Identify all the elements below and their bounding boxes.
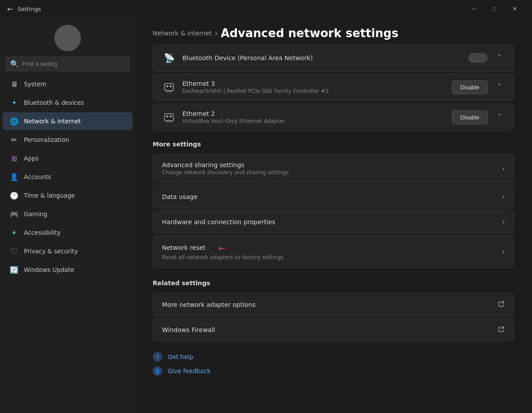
page-title: Advanced network settings (221, 27, 399, 40)
sidebar-item-label: Personalization (24, 136, 69, 143)
gaming-icon: 🎮 (10, 210, 19, 218)
titlebar: ← Settings ─ □ ✕ (0, 0, 532, 18)
ethernet3-desc: EeshwarSrishti | Realtek PCIe GbE Family… (182, 88, 446, 94)
network-reset-info: Network reset ← Reset all network adapte… (162, 243, 496, 260)
bluetooth-icon: ✦ (10, 98, 19, 107)
hardware-connection-title: Hardware and connection properties (162, 218, 496, 226)
close-button[interactable]: ✕ (505, 2, 525, 16)
ethernet3-expand-button[interactable]: ˅ (494, 80, 505, 94)
adapter-info-ethernet3: Ethernet 3 EeshwarSrishti | Realtek PCIe… (182, 80, 446, 94)
sidebar-item-label: Gaming (24, 210, 47, 218)
sidebar-item-system[interactable]: 🖥 System (3, 75, 132, 93)
external-link-icon-firewall (498, 325, 505, 334)
privacy-icon: 🛡 (10, 247, 19, 256)
windows-firewall-row[interactable]: Windows Firewall (153, 318, 514, 341)
accessibility-icon: ✦ (10, 228, 19, 237)
content-area: 🔍 🖥 System ✦ Bluetooth & devices 🌐 Netwo… (0, 18, 532, 413)
sidebar-item-label: Apps (24, 155, 39, 162)
partial-adapter-card: 📡 Bluetooth Device (Personal Area Networ… (153, 44, 514, 72)
sidebar-item-bluetooth[interactable]: ✦ Bluetooth & devices (3, 94, 132, 111)
sidebar-item-privacy[interactable]: 🛡 Privacy & security (3, 242, 132, 260)
back-icon[interactable]: ← (7, 5, 13, 13)
apps-icon: ⊞ (10, 154, 19, 163)
sidebar-item-gaming[interactable]: 🎮 Gaming (3, 205, 132, 223)
search-icon: 🔍 (10, 60, 19, 68)
breadcrumb-separator: › (215, 28, 218, 38)
give-feedback-label: Give feedback (168, 367, 211, 375)
more-settings-title: More settings (135, 133, 532, 152)
get-help-item[interactable]: ? Get help (153, 352, 514, 362)
titlebar-left: ← Settings (7, 5, 41, 13)
advanced-sharing-title: Advanced sharing settings (162, 161, 496, 168)
more-adapter-options-info: More network adapter options (162, 301, 492, 308)
search-input[interactable] (23, 61, 125, 67)
svg-rect-0 (165, 84, 173, 91)
sidebar-item-label: System (24, 80, 46, 88)
adapter-info: Bluetooth Device (Personal Area Network) (182, 54, 462, 61)
expand-button[interactable]: ˅ (494, 51, 505, 65)
sidebar-item-label: Windows Update (24, 266, 74, 273)
accounts-icon: 👤 (10, 172, 19, 181)
more-adapter-options-row[interactable]: More network adapter options (153, 293, 514, 316)
hardware-connection-arrow: › (502, 218, 505, 226)
advanced-sharing-desc: Change network discovery and sharing set… (162, 169, 496, 176)
windows-update-icon: 🔄 (10, 265, 19, 274)
sidebar-item-windows-update[interactable]: 🔄 Windows Update (3, 261, 132, 279)
ethernet2-expand-button[interactable]: ˅ (494, 111, 505, 124)
sidebar-item-label: Accessibility (24, 229, 61, 236)
ethernet3-icon (162, 80, 176, 94)
advanced-sharing-row[interactable]: Advanced sharing settings Change network… (153, 154, 514, 183)
ethernet2-icon (162, 110, 176, 124)
data-usage-arrow: › (502, 192, 505, 201)
data-usage-title: Data usage (162, 193, 496, 200)
svg-rect-6 (165, 114, 173, 121)
time-icon: 🕐 (10, 191, 19, 200)
avatar (54, 25, 81, 51)
svg-rect-2 (170, 85, 172, 87)
disable-ethernet2-button[interactable]: Disable (452, 111, 488, 124)
disable-ethernet3-button[interactable]: Disable (452, 80, 488, 94)
sidebar-item-label: Bluetooth & devices (24, 99, 84, 106)
hardware-connection-row[interactable]: Hardware and connection properties › (153, 210, 514, 233)
network-reset-arrow: › (502, 248, 505, 256)
sidebar: 🔍 🖥 System ✦ Bluetooth & devices 🌐 Netwo… (0, 18, 135, 413)
data-usage-info: Data usage (162, 193, 496, 200)
adapter-card-ethernet3: Ethernet 3 EeshwarSrishti | Realtek PCIe… (153, 73, 514, 101)
breadcrumb: Network & internet › Advanced network se… (135, 18, 532, 44)
sidebar-item-accessibility[interactable]: ✦ Accessibility (3, 224, 132, 241)
sidebar-item-accounts[interactable]: 👤 Accounts (3, 168, 132, 186)
annotation-arrow: ← (218, 243, 226, 253)
network-reset-title: Network reset ← (162, 243, 496, 253)
give-feedback-item[interactable]: 👤 Give feedback (153, 366, 514, 376)
ethernet2-name: Ethernet 2 (182, 110, 446, 117)
adapter-icon: 📡 (162, 51, 176, 65)
partial-adapter-name: Bluetooth Device (Personal Area Network) (182, 54, 462, 61)
related-settings-title: Related settings (135, 270, 532, 291)
get-help-label: Get help (168, 353, 193, 360)
search-container[interactable]: 🔍 (5, 57, 130, 71)
toggle-switch[interactable] (468, 53, 488, 63)
windows-firewall-info: Windows Firewall (162, 326, 492, 333)
sidebar-item-label: Accounts (24, 173, 51, 180)
get-help-icon: ? (153, 352, 162, 362)
minimize-button[interactable]: ─ (464, 2, 484, 16)
advanced-sharing-arrow: › (502, 164, 505, 173)
sidebar-item-personalization[interactable]: ✏️ Personalization (3, 131, 132, 149)
breadcrumb-parent[interactable]: Network & internet (153, 30, 212, 37)
maximize-button[interactable]: □ (484, 2, 505, 16)
titlebar-controls: ─ □ ✕ (464, 2, 525, 16)
data-usage-row[interactable]: Data usage › (153, 185, 514, 208)
external-link-icon (498, 300, 505, 309)
main-content: Network & internet › Advanced network se… (135, 18, 532, 413)
adapter-card-ethernet2: Ethernet 2 VirtualBox Host-Only Ethernet… (153, 103, 514, 131)
network-reset-row[interactable]: Network reset ← Reset all network adapte… (153, 235, 514, 268)
sidebar-item-label: Time & language (24, 192, 75, 199)
sidebar-item-time[interactable]: 🕐 Time & language (3, 187, 132, 204)
svg-rect-1 (166, 85, 168, 87)
give-feedback-icon: 👤 (153, 366, 162, 376)
sidebar-item-label: Network & internet (24, 118, 81, 125)
svg-rect-8 (170, 115, 172, 117)
help-section: ? Get help 👤 Give feedback (135, 343, 532, 380)
sidebar-item-network[interactable]: 🌐 Network & internet (3, 112, 132, 130)
sidebar-item-apps[interactable]: ⊞ Apps (3, 149, 132, 167)
